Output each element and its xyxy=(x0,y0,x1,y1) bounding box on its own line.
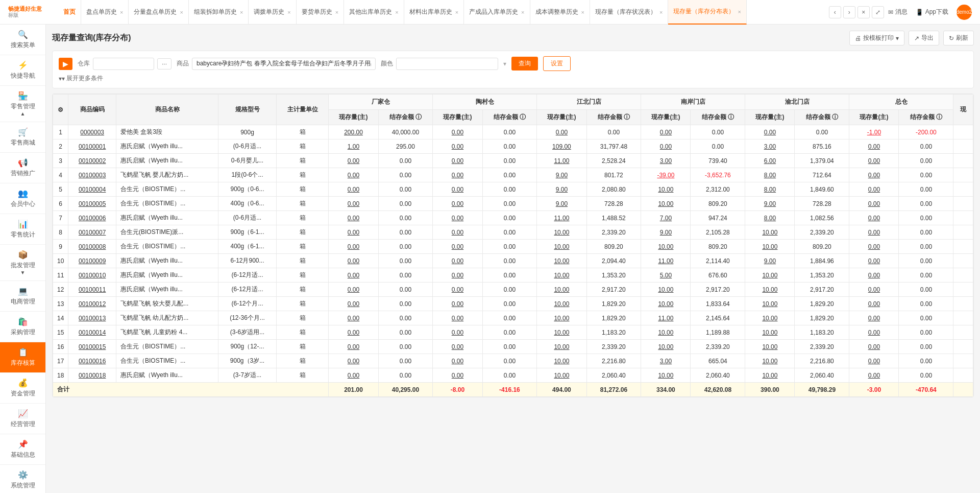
sidebar-item-operations[interactable]: 📈 经营管理 xyxy=(0,404,45,434)
th-na-amt: 结存金额 ⓘ xyxy=(691,110,745,125)
tab-5[interactable]: 要货单历史 × xyxy=(297,0,344,25)
sum-tc-qty: -8.00 xyxy=(433,383,482,397)
nav-close[interactable]: × xyxy=(857,6,870,18)
sidebar-item-search[interactable]: 🔍 搜索英单 xyxy=(0,25,45,55)
page-header: 现存量查询(库存分布) 🖨 按模板打印 ▾ ↗ 导出 ↻ 刷新 xyxy=(52,31,974,45)
tab-8[interactable]: 产成品入库单历史 × xyxy=(464,0,530,25)
table-row: 1800100018惠氏启赋（Wyeth illu...(3-7岁适...箱0.… xyxy=(53,368,973,383)
purchase-icon: 🛍️ xyxy=(18,317,28,326)
tab-4[interactable]: 调拨单历史 × xyxy=(249,0,296,25)
operations-icon: 📈 xyxy=(18,409,28,418)
ecommerce-icon: 💻 xyxy=(18,286,28,296)
product-label: 商品 xyxy=(177,59,189,68)
print-btn[interactable]: 🖨 按模板打印 ▾ xyxy=(849,31,904,45)
system-icon: ⚙️ xyxy=(18,470,28,480)
sidebar-item-system[interactable]: ⚙️ 系统管理 xyxy=(0,465,45,493)
retail-icon: 🏪 xyxy=(18,91,28,101)
warehouse-input[interactable] xyxy=(93,58,154,70)
export-icon: ↗ xyxy=(914,35,919,42)
expand-btn[interactable]: ▾▾ 展开更多条件 xyxy=(59,74,967,83)
nav-expand[interactable]: ⤢ xyxy=(872,6,884,18)
tab-7[interactable]: 材料出库单历史 × xyxy=(404,0,464,25)
sidebar-item-member[interactable]: 👥 会员中心 xyxy=(0,183,45,214)
table-row: 900100008合生元（BIOSTIME）...400g（6-1...箱0.0… xyxy=(53,240,973,254)
th-tc-amt: 结存金额 ⓘ xyxy=(482,110,537,125)
th-zc-qty: 现存量(主) xyxy=(849,110,899,125)
color-label: 颜色 xyxy=(381,59,393,68)
th-jb-qty: 现存量(主) xyxy=(537,110,586,125)
color-input[interactable] xyxy=(396,58,498,70)
top-right: ✉ 消息 📱 App下载 demo2 xyxy=(888,5,972,20)
tab-3[interactable]: 组装拆卸单历史 × xyxy=(189,0,249,25)
logo-area: 畅捷通好生意 标版 xyxy=(8,6,54,18)
table-row: 1000100009惠氏启赋（Wyeth illu...6-12月900...箱… xyxy=(53,254,973,268)
sum-zc-amt: -470.64 xyxy=(899,383,953,397)
product-input[interactable] xyxy=(192,58,376,70)
app-download-btn[interactable]: 📱 App下载 xyxy=(916,8,948,16)
tab-home[interactable]: 首页 xyxy=(58,0,81,25)
tab-11[interactable]: 现存量（库存分布表） × xyxy=(668,0,746,25)
nav-prev[interactable]: ‹ xyxy=(829,6,841,18)
sum-zc-qty: -3.00 xyxy=(849,383,899,397)
nav-next[interactable]: › xyxy=(843,6,855,18)
th-code: 商品编码 xyxy=(68,95,116,125)
th-warehouse-yb: 渝北门店 xyxy=(745,95,849,110)
th-cf-qty: 现存量(主) xyxy=(329,110,378,125)
summary-label: 合计 xyxy=(53,383,329,397)
sidebar-item-inventory[interactable]: 📋 库存核算 xyxy=(0,342,45,373)
export-btn[interactable]: ↗ 导出 xyxy=(909,31,939,45)
th-yb-amt: 结存金额 ⓘ xyxy=(795,110,849,125)
th-gear[interactable]: ⚙ xyxy=(53,95,68,125)
th-tc-qty: 现存量(主) xyxy=(433,110,482,125)
sidebar-item-basic-info[interactable]: 📌 基础信息 xyxy=(0,434,45,465)
print-dropdown-icon: ▾ xyxy=(896,35,899,42)
sidebar-item-finance[interactable]: 💰 资金管理 xyxy=(0,373,45,404)
table-row: 1100100010惠氏启赋（Wyeth illu...(6-12月适...箱0… xyxy=(53,268,973,283)
tab-2[interactable]: 分量盘点单历史 × xyxy=(129,0,188,25)
sidebar-item-wholesale[interactable]: 📦 批发管理 ▼ xyxy=(0,245,45,281)
query-btn[interactable]: 查询 xyxy=(511,57,538,71)
table-container: ⚙ 商品编码 商品名称 规格型号 主计量单位 厂家仓 陶村仓 江北门店 南岸门店… xyxy=(52,93,974,397)
sum-jb-amt: 81,272.06 xyxy=(586,383,641,397)
sidebar-item-retail-mgmt[interactable]: 🏪 零售管理 ▲ xyxy=(0,86,45,122)
th-jb-amt: 结存金额 ⓘ xyxy=(586,110,641,125)
table-row: 800100007合生元(BIOSTIME)派...900g（6-1...箱0.… xyxy=(53,225,973,240)
th-warehouse-zc: 总仓 xyxy=(849,95,953,110)
settings-btn[interactable]: 设置 xyxy=(543,56,571,71)
toggle-btn[interactable]: ▶ xyxy=(59,58,72,70)
th-zc-amt: 结存金额 ⓘ xyxy=(899,110,953,125)
sidebar-item-purchase[interactable]: 🛍️ 采购管理 xyxy=(0,312,45,342)
message-btn[interactable]: ✉ 消息 xyxy=(888,8,908,16)
table-row: 500100004合生元（BIOSTIME）...900g（0-6...箱0.0… xyxy=(53,182,973,197)
th-na-qty: 现存量(主) xyxy=(641,110,691,125)
th-spec: 规格型号 xyxy=(218,95,277,125)
table-row: 400100003飞鹤星飞帆 婴儿配方奶...1段(0-6个...箱0.000.… xyxy=(53,168,973,182)
product-field: 商品 xyxy=(177,58,376,70)
print-icon: 🖨 xyxy=(855,35,861,42)
sidebar-item-retail-stat[interactable]: 📊 零售统计 xyxy=(0,214,45,245)
th-yb-qty: 现存量(主) xyxy=(745,110,795,125)
search-row: ▶ 仓库 ··· 商品 颜色 ▾ 查询 设置 xyxy=(59,56,967,71)
warehouse-picker-btn[interactable]: ··· xyxy=(157,58,172,69)
tab-10[interactable]: 现存量（库存状况表） × xyxy=(590,0,668,25)
th-warehouse-na: 南岸门店 xyxy=(641,95,745,110)
table-row: 300100002惠氏启赋（Wyeth illu...0-6月婴儿...箱0.0… xyxy=(53,154,973,168)
top-tabs: 首页 盘点单历史 × 分量盘点单历史 × 组装拆卸单历史 × 调拨单历史 × 要… xyxy=(58,0,825,25)
tab-6[interactable]: 其他出库单历史 × xyxy=(344,0,404,25)
sidebar-item-marketing[interactable]: 📢 营销推广 xyxy=(0,153,45,183)
tab-1[interactable]: 盘点单历史 × xyxy=(81,0,129,25)
sidebar-item-ecommerce[interactable]: 💻 电商管理 xyxy=(0,281,45,312)
sidebar-item-retail-mall[interactable]: 🛒 零售商城 xyxy=(0,122,45,153)
sum-tc-amt: -416.16 xyxy=(482,383,537,397)
warehouse-label: 仓库 xyxy=(78,59,90,68)
th-warehouse-tc: 陶村仓 xyxy=(433,95,537,110)
refresh-btn[interactable]: ↻ 刷新 xyxy=(943,31,974,45)
page-title: 现存量查询(库存分布) xyxy=(52,33,131,43)
sum-cf-qty: 201.00 xyxy=(329,383,378,397)
tab-9[interactable]: 成本调整单历史 × xyxy=(530,0,590,25)
user-menu[interactable]: demo2 xyxy=(957,5,972,20)
search-area: ▶ 仓库 ··· 商品 颜色 ▾ 查询 设置 ▾▾ 展开更多条件 xyxy=(52,51,974,88)
expand-icon: ▾▾ xyxy=(59,75,65,82)
summary-row: 合计 201.00 40,295.00 -8.00 -416.16 494.00… xyxy=(53,383,973,397)
sidebar-item-quicknav[interactable]: ⚡ 快捷导航 xyxy=(0,55,45,86)
